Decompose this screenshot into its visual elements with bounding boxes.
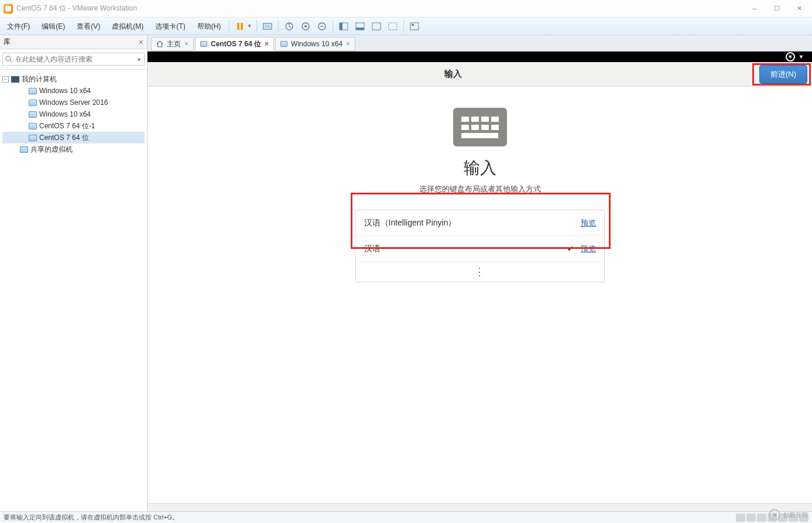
menu-vm[interactable]: 虚拟机(M) [106,18,149,35]
window-title: CentOS 7 64 位 - VMware Workstation [16,4,137,13]
svg-rect-3 [265,25,270,28]
send-keys-button[interactable] [260,19,275,33]
tab-close-icon[interactable]: × [346,40,350,48]
setup-header: 输入 前进(N) [148,62,812,87]
tree-root-my-computer[interactable]: − 我的计算机 [2,73,145,85]
setup-subtitle: 选择您的键盘布局或者其他输入方式 [419,184,541,194]
status-hint: 要将输入定向到该虚拟机，请在虚拟机内部单击或按 Ctrl+G。 [4,513,179,522]
menu-view[interactable]: 查看(V) [71,18,106,35]
tree-shared-vms[interactable]: 共享的虚拟机 [2,143,145,155]
tab-windows[interactable]: Windows 10 x64 × [275,37,355,51]
vm-icon [29,135,37,141]
vm-icon [280,41,287,47]
statusbar: 要将输入定向到该虚拟机，请在虚拟机内部单击或按 Ctrl+G。 [0,511,812,523]
app-icon [4,4,13,13]
tree-vm-item[interactable]: CentOS 7 64 位-1 [2,120,145,132]
snapshot-manager-button[interactable] [298,19,313,33]
preview-link[interactable]: 预览 [581,244,596,254]
vm-icon [200,41,207,47]
next-button[interactable]: 前进(N) [759,65,807,84]
svg-rect-15 [412,24,414,26]
device-icon[interactable] [746,514,756,522]
menu-help[interactable]: 帮助(H) [191,18,227,35]
sidebar-close-button[interactable]: × [139,37,143,47]
search-input[interactable] [15,55,136,63]
watermark-logo-icon: ✕ [769,509,780,521]
svg-point-6 [304,25,307,28]
view-sidebar-button[interactable] [336,19,351,33]
unity-button[interactable] [385,19,400,33]
power-dropdown[interactable]: ▼ [247,23,254,29]
tree-vm-item[interactable]: Windows Server 2016 [2,97,145,108]
input-option[interactable]: 汉语（Intelligent Pinyin） 预览 [356,210,604,236]
vm-console[interactable]: ✶ ▼ 输入 前进(N) 输入 选择您的键盘布局或者其他输入方式 [148,52,812,503]
library-search[interactable]: ▾ [2,53,145,66]
thumbnail-button[interactable] [407,19,422,33]
tab-close-icon[interactable]: × [265,40,269,48]
menu-edit[interactable]: 编辑(E) [36,18,71,35]
svg-rect-13 [389,23,397,30]
input-method-list: 汉语（Intelligent Pinyin） 预览 汉语 ✔ 预览 ⋮ [355,210,605,282]
vm-icon [29,111,37,118]
menu-file[interactable]: 文件(F) [1,18,36,35]
setup-title: 输入 [464,157,496,179]
svg-rect-9 [340,23,342,30]
snapshot-button[interactable] [282,19,297,33]
preview-link[interactable]: 预览 [581,218,596,228]
svg-point-16 [6,56,11,61]
horizontal-scrollbar[interactable] [148,503,812,511]
device-icon[interactable] [757,514,766,522]
tree-vm-item[interactable]: Windows 10 x64 [2,85,145,97]
close-button[interactable]: ✕ [796,5,803,12]
vm-icon [29,100,37,106]
menubar: 文件(F) 编辑(E) 查看(V) 虚拟机(M) 选项卡(T) 帮助(H) ▼ [0,18,812,35]
sidebar-title: 库 [4,37,11,47]
accessibility-icon[interactable]: ✶ [786,52,795,61]
input-option-selected[interactable]: 汉语 ✔ 预览 [356,236,604,262]
tab-close-icon[interactable]: × [184,40,189,48]
menu-tabs[interactable]: 选项卡(T) [149,18,191,35]
vm-icon [29,88,37,94]
more-options-button[interactable]: ⋮ [356,262,604,282]
pause-button[interactable] [232,19,248,33]
maximize-button[interactable]: ☐ [773,5,780,12]
tab-bar: 主页 × CentOS 7 64 位 × Windows 10 x64 × [148,35,812,52]
tab-home[interactable]: 主页 × [151,37,194,51]
svg-rect-11 [356,28,364,30]
window-titlebar: CentOS 7 64 位 - VMware Workstation ─ ☐ ✕ [0,0,812,18]
gnome-topbar: ✶ ▼ [148,52,812,62]
vm-icon [29,123,37,129]
svg-rect-12 [372,23,381,30]
svg-line-17 [10,60,12,63]
tab-centos[interactable]: CentOS 7 64 位 × [195,37,274,51]
search-dropdown[interactable]: ▾ [136,56,142,63]
watermark: ✕ 创新互联 [769,509,808,521]
svg-rect-14 [410,23,419,30]
home-icon [156,40,163,47]
computer-icon [11,76,19,83]
view-console-button[interactable] [352,19,368,33]
fullscreen-button[interactable] [369,19,384,33]
topbar-dropdown-icon[interactable]: ▼ [799,54,804,60]
keyboard-icon [453,108,507,146]
search-icon [5,56,13,63]
folder-icon [20,146,28,153]
setup-header-title: 输入 [148,69,759,80]
svg-rect-1 [241,23,243,30]
revert-button[interactable] [314,19,330,33]
tree-vm-item-selected[interactable]: CentOS 7 64 位 [2,132,145,143]
check-icon: ✔ [567,244,574,253]
device-icon[interactable] [736,514,745,522]
library-sidebar: 库 × ▾ − 我的计算机 Windows 10 x64 Windows Ser… [0,35,148,511]
tree-vm-item[interactable]: Windows 10 x64 [2,108,145,120]
minimize-button[interactable]: ─ [751,5,758,12]
svg-rect-0 [237,23,239,30]
